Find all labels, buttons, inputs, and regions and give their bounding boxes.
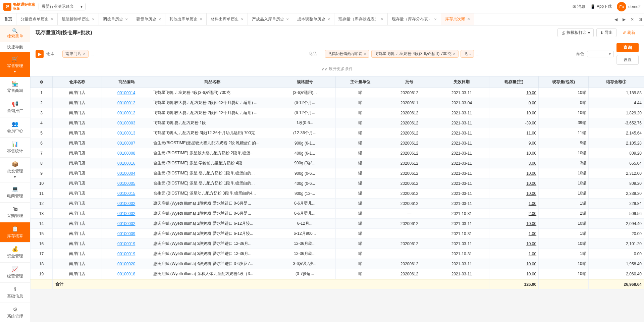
tab-requisition[interactable]: 要货单历史 ✕: [132, 13, 165, 25]
tab-close-batch-voucher[interactable]: ✕: [467, 17, 470, 21]
cell-qty-main[interactable]: 10.00: [489, 219, 539, 229]
cell-sku[interactable]: 00100008: [102, 148, 151, 158]
cell-sku[interactable]: 00100018: [102, 269, 151, 279]
cell-qty-main[interactable]: 0.00: [489, 98, 539, 108]
cell-qty-main[interactable]: 10.00: [489, 239, 539, 249]
product-tag-1-close[interactable]: ✕: [364, 52, 366, 56]
cell-qty-main[interactable]: 10.00: [489, 189, 539, 199]
cell-sku[interactable]: 00100015: [102, 189, 151, 199]
cell-sku[interactable]: 00100002: [102, 219, 151, 229]
cell-sku[interactable]: 00100005: [102, 178, 151, 189]
product-more[interactable]: ...: [476, 52, 479, 56]
expand-filter-btn[interactable]: ▶: [36, 50, 44, 58]
cell-sku[interactable]: 00100016: [102, 158, 151, 168]
warehouse-tag-close[interactable]: ✕: [83, 52, 86, 56]
sidebar-item-member-center[interactable]: 👥 会员中心: [0, 117, 30, 138]
tab-close-transfer[interactable]: ✕: [125, 17, 128, 21]
cell-sku[interactable]: 00100012: [102, 108, 151, 118]
cell-sku[interactable]: 00100007: [102, 138, 151, 148]
cell-sku[interactable]: 00100004: [102, 168, 151, 178]
cell-sku[interactable]: 00100019: [102, 249, 151, 259]
cell-qty-main[interactable]: -39.00: [489, 118, 539, 128]
sidebar-item-retail-mall[interactable]: 🏪 零售商城: [0, 77, 30, 97]
tab-home[interactable]: 首页: [0, 13, 16, 25]
tab-next-btn[interactable]: ▶: [620, 13, 628, 25]
tab-close-cost-adjust[interactable]: ✕: [327, 17, 330, 21]
ecommerce-mgmt-icon: 💻: [12, 186, 18, 192]
color-select[interactable]: ▾: [587, 51, 614, 57]
tab-split-inventory[interactable]: 分量盘点单历史 ✕: [16, 13, 58, 25]
sidebar-item-basic-info[interactable]: ℹ 基础信息: [0, 283, 30, 303]
query-button[interactable]: 查询: [616, 43, 639, 52]
store-selector[interactable]: 母婴行业演示账套 ▾: [39, 3, 86, 10]
cell-qty-main[interactable]: 10.00: [489, 178, 539, 189]
cell-qty-main[interactable]: 10.00: [489, 148, 539, 158]
message-btn[interactable]: ✉ 消息: [573, 4, 585, 9]
tab-close-all-btn[interactable]: ✕: [628, 13, 636, 25]
product-tag-2-close[interactable]: ✕: [453, 52, 455, 56]
tab-close-other-outstock[interactable]: ✕: [200, 17, 202, 21]
cell-sku[interactable]: 00100012: [102, 98, 151, 108]
export-button[interactable]: ⬇ 导出: [596, 28, 616, 37]
cell-qty-main[interactable]: 11.00: [489, 128, 539, 138]
search-icon: 🔍: [2, 28, 28, 34]
print-button[interactable]: 🖨 按模板打印 ▾: [557, 28, 594, 37]
cell-sku[interactable]: 00100002: [102, 199, 151, 209]
cell-qty-main[interactable]: 10.00: [489, 88, 539, 98]
tab-transfer[interactable]: 调拨单历史 ✕: [99, 13, 132, 25]
tab-prev-btn[interactable]: ◀: [612, 13, 620, 25]
cell-sku[interactable]: 00100013: [102, 128, 151, 138]
sidebar-item-purchase-mgmt[interactable]: 🛍 采购管理: [0, 203, 30, 222]
tab-close-inventory-status[interactable]: ✕: [381, 17, 383, 21]
tab-material-outstock[interactable]: 材料出库单历史 ✕: [207, 13, 248, 25]
sidebar-item-retail-mgmt[interactable]: 🛒 零售管理 ▼: [0, 52, 30, 77]
setting-button[interactable]: 设置: [616, 55, 639, 65]
tab-disassemble[interactable]: 组装拆卸单历史 ✕: [58, 13, 99, 25]
refresh-button[interactable]: ↺ 刷新: [619, 29, 639, 37]
cell-qty-main[interactable]: 10.00: [489, 108, 539, 118]
tab-inventory-distribution[interactable]: 现存量（库存分布表） ✕: [388, 13, 441, 25]
sidebar-item-finance-mgmt[interactable]: 💰 资金管理: [0, 243, 30, 263]
sidebar-item-retail-stats[interactable]: 📊 零售统计: [0, 138, 30, 158]
sidebar-item-system-mgmt[interactable]: ⚙ 系统管理: [0, 303, 30, 322]
tab-cost-adjust[interactable]: 成本调整单历史 ✕: [293, 13, 334, 25]
tab-close-product-instock[interactable]: ✕: [286, 17, 289, 21]
sidebar-item-ops-mgmt[interactable]: 📈 经营管理: [0, 263, 30, 283]
sidebar-item-marketing[interactable]: 📢 营销推广: [0, 97, 30, 117]
sidebar-item-inventory-check[interactable]: 📋 库存核算: [0, 222, 30, 243]
cell-qty-main[interactable]: 1.00: [489, 229, 539, 239]
tab-product-instock[interactable]: 产成品入库单历史 ✕: [248, 13, 293, 25]
cell-sku[interactable]: 00100019: [102, 239, 151, 249]
sidebar-item-ecommerce-mgmt[interactable]: 💻 电商管理: [0, 182, 30, 203]
cell-sku[interactable]: 00100009: [102, 229, 151, 239]
cell-qty-main[interactable]: 1.00: [489, 249, 539, 259]
cell-sku[interactable]: 00100020: [102, 259, 151, 269]
cell-qty-main[interactable]: 10.00: [489, 168, 539, 178]
tab-batch-voucher[interactable]: 库存批次账 ✕: [441, 13, 474, 25]
cell-qty-main[interactable]: 2.00: [489, 209, 539, 219]
cell-sku[interactable]: 00100002: [102, 209, 151, 219]
sidebar-quick-nav[interactable]: 快捷导航: [0, 42, 30, 52]
tab-other-outstock[interactable]: 其他出库单历史 ✕: [165, 13, 207, 25]
tab-close-disassemble[interactable]: ✕: [92, 17, 95, 21]
cell-sku[interactable]: 00100014: [102, 88, 151, 98]
cell-qty-main[interactable]: 9.00: [489, 138, 539, 148]
cell-qty-main[interactable]: 3.00: [489, 158, 539, 168]
app-download-btn[interactable]: 📱 App下载: [590, 4, 612, 9]
cell-qty-main[interactable]: 10.00: [489, 259, 539, 269]
cell-qty-main[interactable]: 10.00: [489, 269, 539, 279]
tab-close-split-inventory[interactable]: ✕: [51, 17, 53, 21]
tab-close-requisition[interactable]: ✕: [158, 17, 161, 21]
sidebar-item-wholesale-mgmt[interactable]: 📦 批发管理 ▼: [0, 158, 30, 182]
tab-close-material-outstock[interactable]: ✕: [241, 17, 244, 21]
cell-amount: 4.44: [588, 98, 644, 108]
gear-icon[interactable]: ⚙: [40, 80, 43, 85]
cell-sku[interactable]: 00100003: [102, 118, 151, 128]
expand-more-conditions[interactable]: ∨∨ 展开更多条件: [36, 65, 639, 73]
tab-expand-btn[interactable]: ⊡: [636, 13, 644, 25]
warehouse-more[interactable]: ...: [91, 52, 94, 56]
sidebar-search[interactable]: 🔍 搜索菜单: [0, 25, 30, 42]
tab-close-inventory-distribution[interactable]: ✕: [434, 17, 437, 21]
cell-qty-main[interactable]: 1.00: [489, 199, 539, 209]
tab-inventory-status[interactable]: 现存量（库存状况表） ✕: [334, 13, 388, 25]
